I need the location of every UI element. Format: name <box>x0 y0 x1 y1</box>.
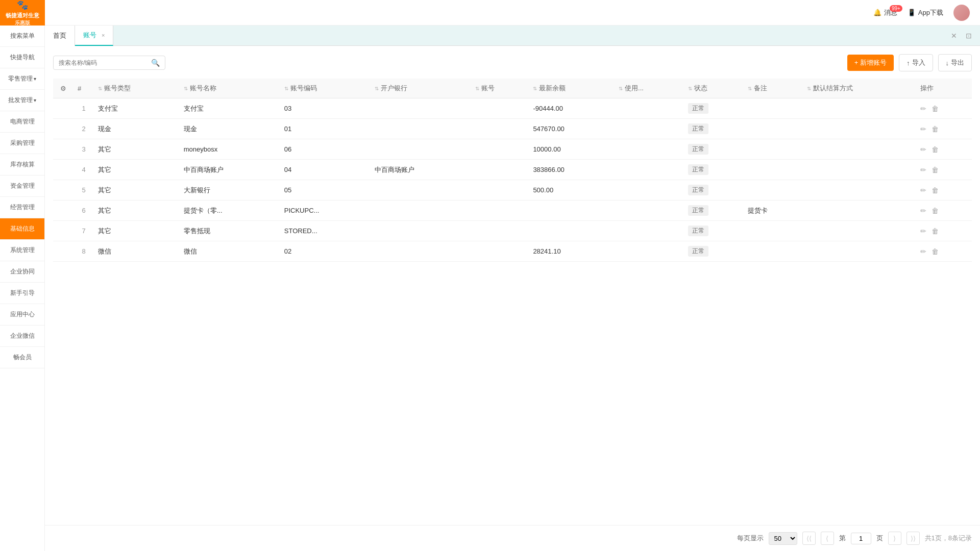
search-input[interactable] <box>59 59 148 66</box>
delete-icon[interactable]: 🗑 <box>932 186 939 194</box>
delete-icon[interactable]: 🗑 <box>932 247 939 256</box>
row-settings[interactable] <box>53 98 74 119</box>
col-code[interactable]: ⇅账号编码 <box>280 79 371 98</box>
edit-icon[interactable]: ✏ <box>920 166 926 174</box>
sidebar-item-2[interactable]: 零售管理▾ <box>0 68 44 90</box>
col-settings[interactable]: ⚙ <box>53 79 74 98</box>
sidebar-item-14[interactable]: 企业微信 <box>0 325 44 347</box>
delete-icon[interactable]: 🗑 <box>932 227 939 235</box>
search-icon[interactable]: 🔍 <box>151 59 160 67</box>
row-account <box>471 180 529 201</box>
sidebar-item-13[interactable]: 应用中心 <box>0 304 44 325</box>
sidebar-item-0[interactable]: 搜索菜单 <box>0 26 44 47</box>
notification-button[interactable]: 🔔 消息 99+ <box>873 8 897 17</box>
delete-icon[interactable]: 🗑 <box>932 207 939 215</box>
row-settings[interactable] <box>53 180 74 201</box>
table-row: 1 支付宝 支付宝 03 -90444.00 正常 ✏ 🗑 <box>53 98 972 119</box>
tab-close-button[interactable]: ✕ <box>948 30 960 42</box>
app-download-button[interactable]: 📱 App下载 <box>908 8 943 17</box>
edit-icon[interactable]: ✏ <box>920 207 926 215</box>
col-usage[interactable]: ⇅使用... <box>615 79 684 98</box>
row-status: 正常 <box>684 119 744 139</box>
tab-home[interactable]: 首页 <box>45 26 75 46</box>
page-next-btn[interactable]: ⟩ <box>888 532 901 545</box>
edit-icon[interactable]: ✏ <box>920 227 926 235</box>
logo-icon: 🐾 <box>17 0 28 11</box>
col-status[interactable]: ⇅状态 <box>684 79 744 98</box>
edit-icon[interactable]: ✏ <box>920 186 926 194</box>
page-prev-btn[interactable]: ⟨ <box>821 532 834 545</box>
tabbar-actions: ✕ ⊡ <box>948 30 980 42</box>
row-status: 正常 <box>684 139 744 160</box>
row-settings[interactable] <box>53 221 74 241</box>
col-settle[interactable]: ⇅默认结算方式 <box>803 79 916 98</box>
page-first-btn[interactable]: ⟨⟨ <box>802 532 816 545</box>
row-code: 04 <box>280 160 371 180</box>
row-settings[interactable] <box>53 201 74 221</box>
delete-icon[interactable]: 🗑 <box>932 105 939 113</box>
sidebar-item-10[interactable]: 系统管理 <box>0 240 44 261</box>
row-settings[interactable] <box>53 119 74 139</box>
row-code: 02 <box>280 241 371 262</box>
sidebar-item-6[interactable]: 库存核算 <box>0 154 44 176</box>
row-action: ✏ 🗑 <box>916 201 972 221</box>
import-button[interactable]: ↑ 导入 <box>899 54 933 71</box>
row-action: ✏ 🗑 <box>916 119 972 139</box>
sidebar-item-8[interactable]: 经营管理 <box>0 197 44 218</box>
per-page-select[interactable]: 50 20 100 <box>769 532 797 545</box>
tab-expand-button[interactable]: ⊡ <box>963 30 975 42</box>
col-action: 操作 <box>916 79 972 98</box>
sidebar-item-1[interactable]: 快捷导航 <box>0 47 44 68</box>
row-settings[interactable] <box>53 139 74 160</box>
sidebar-item-11[interactable]: 企业协同 <box>0 261 44 283</box>
avatar-image <box>953 5 970 21</box>
tab-account-close[interactable]: × <box>102 32 105 38</box>
tab-account-label: 账号 <box>83 31 96 40</box>
edit-icon[interactable]: ✏ <box>920 145 926 154</box>
sidebar-item-9[interactable]: 基础信息 <box>0 218 44 240</box>
user-avatar[interactable] <box>953 5 970 21</box>
col-type[interactable]: ⇅账号类型 <box>94 79 180 98</box>
col-balance[interactable]: ⇅最新余额 <box>529 79 615 98</box>
edit-icon[interactable]: ✏ <box>920 125 926 133</box>
sidebar-item-7[interactable]: 资金管理 <box>0 176 44 197</box>
row-name: 提货卡（零... <box>180 201 280 221</box>
col-bank[interactable]: ⇅开户银行 <box>371 79 471 98</box>
tab-bar: 首页 账号 × ✕ ⊡ <box>45 26 980 46</box>
row-settings[interactable] <box>53 241 74 262</box>
sidebar-item-15[interactable]: 畅会员 <box>0 347 44 368</box>
sidebar-item-4[interactable]: 电商管理 <box>0 111 44 133</box>
table-header: ⚙ # ⇅账号类型 ⇅账号名称 ⇅账号编码 ⇅开户银行 ⇅账号 ⇅最新余额 ⇅使… <box>53 79 972 98</box>
row-balance: 500.00 <box>529 180 615 201</box>
export-button[interactable]: ↓ 导出 <box>938 54 972 71</box>
row-note <box>744 180 802 201</box>
row-account <box>471 160 529 180</box>
row-account <box>471 119 529 139</box>
add-account-button[interactable]: + 新增账号 <box>847 55 894 71</box>
row-index: 5 <box>74 180 94 201</box>
row-settle <box>803 180 916 201</box>
col-name[interactable]: ⇅账号名称 <box>180 79 280 98</box>
accounts-table: ⚙ # ⇅账号类型 ⇅账号名称 ⇅账号编码 ⇅开户银行 ⇅账号 ⇅最新余额 ⇅使… <box>53 79 972 262</box>
col-note[interactable]: ⇅备注 <box>744 79 802 98</box>
col-account[interactable]: ⇅账号 <box>471 79 529 98</box>
sidebar-item-3[interactable]: 批发管理▾ <box>0 90 44 111</box>
page-last-btn[interactable]: ⟩⟩ <box>906 532 920 545</box>
delete-icon[interactable]: 🗑 <box>932 145 939 154</box>
delete-icon[interactable]: 🗑 <box>932 125 939 133</box>
sidebar-item-5[interactable]: 采购管理 <box>0 133 44 154</box>
sidebar-item-12[interactable]: 新手引导 <box>0 283 44 304</box>
delete-icon[interactable]: 🗑 <box>932 166 939 174</box>
edit-icon[interactable]: ✏ <box>920 247 926 256</box>
page-input[interactable] <box>851 533 871 544</box>
search-box[interactable]: 🔍 <box>53 56 165 70</box>
edit-icon[interactable]: ✏ <box>920 105 926 113</box>
row-type: 其它 <box>94 180 180 201</box>
row-action: ✏ 🗑 <box>916 221 972 241</box>
row-usage <box>615 119 684 139</box>
row-settings[interactable] <box>53 160 74 180</box>
app-name: 畅捷通对生意 <box>6 12 39 19</box>
row-code: 01 <box>280 119 371 139</box>
row-account <box>471 98 529 119</box>
tab-account[interactable]: 账号 × <box>75 26 113 46</box>
